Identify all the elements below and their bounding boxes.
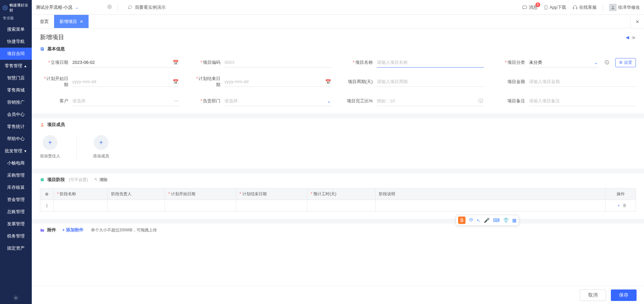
sidebar-item-7[interactable]: 会员中心 [0,108,32,121]
field-period[interactable] [377,79,484,84]
sidebar-item-18[interactable]: 固定资产 [0,242,32,254]
page-next[interactable]: ▶ [633,35,636,40]
field-remark[interactable] [529,98,636,103]
topbar: 测试分开流程-小况 ⌄ 我要看实例演示 消息 8 App下载 [32,0,644,15]
sidebar-item-2[interactable]: 项目合同 [0,48,32,60]
caret-down-icon: ▼ [24,149,27,153]
stages-table: ⚙* 阶段名称阶段负责人* 计划开始日期* 计划结束日期* 预计工时(天)阶段说… [40,188,636,211]
save-button[interactable]: 保存 [611,289,637,301]
sidebar-item-11[interactable]: 小畅电商 [0,157,32,169]
field-dept[interactable] [224,98,331,103]
field-code[interactable]: 0003 [224,60,331,65]
stage-col-5: 阶段说明 [376,188,605,200]
field-customer[interactable] [72,98,179,103]
folder-icon [40,228,45,232]
sidebar-item-12[interactable]: 采购管理 [0,169,32,181]
add-owner-button[interactable]: + [43,135,57,150]
footer: 取消 保存 [32,286,644,304]
ime-punct-icon[interactable]: •، [477,218,480,223]
sidebar-item-17[interactable]: 税务管理 [0,230,32,242]
user-menu[interactable]: 徐泽华修改 [609,4,640,11]
calendar-icon[interactable]: 📅 [173,79,178,84]
sidebar-item-15[interactable]: 总账管理 [0,206,32,218]
members-icon [40,122,45,127]
stages-icon [40,177,45,182]
category-settings-button[interactable]: ⚙设置 [615,58,636,67]
section-attachments: 附件 + 添加附件 单个大小不超过200MB，可拖拽上传 [32,224,644,240]
sidebar-item-0[interactable]: 搜索菜单 [0,23,32,35]
field-amount[interactable] [529,79,636,84]
workflow-settings-icon[interactable] [107,4,112,10]
sidebar-item-3[interactable]: 零售管理▲ [0,60,32,72]
add-owner-label: 添加责任人 [40,153,60,159]
stage-col-4: * 预计工时(天) [307,188,375,200]
more-icon[interactable]: ⋯ [174,98,178,104]
sidebar-item-8[interactable]: 零售统计 [0,121,32,133]
ime-toolbar[interactable]: S 中 •، 🎤 ⌨ 👕 ▦ [456,215,519,226]
sidebar-item-16[interactable]: 发票管理 [0,218,32,230]
table-row[interactable]: 1＋🗑 [40,200,636,211]
sidebar-item-6[interactable]: 营销推广 [0,96,32,108]
sidebar-settings-icon[interactable] [0,292,32,304]
workflow-select[interactable]: 测试分开流程-小况 ⌄ [36,4,103,10]
section-basic: 基本信息 *立项日期📅 *项目编码0003 *项目名称 *项目分类 未分类⌄ ⓘ… [32,43,644,113]
app-download-button[interactable]: App下载 [544,4,566,10]
svg-rect-7 [576,7,577,9]
add-member-button[interactable]: + [94,135,109,150]
sidebar-item-13[interactable]: 库存核算 [0,181,32,194]
ime-skin-icon[interactable]: 👕 [503,218,509,223]
tab-label: 首页 [40,19,49,25]
ime-lang[interactable]: 中 [469,217,474,223]
calendar-icon[interactable]: 📅 [173,60,178,65]
messages-button[interactable]: 消息 8 [522,4,538,10]
tab-0[interactable]: 首页 [34,15,54,28]
svg-point-13 [41,178,44,182]
avatar-icon [609,4,617,11]
stages-clear-button[interactable]: 清除 [94,177,108,183]
stage-col-0: * 阶段名称 [54,188,108,200]
sidebar-item-10[interactable]: 批发管理▼ [0,145,32,157]
field-name[interactable] [377,60,484,65]
sidebar: 畅捷通好业财 专业版 搜索菜单快捷导航项目合同零售管理▲智慧门店零售商城营销推广… [0,0,32,304]
page-prev[interactable]: ◀ [626,35,629,40]
calendar-icon[interactable]: 📅 [325,79,331,84]
gear-icon[interactable]: ⚙ [40,188,54,200]
chevron-down-icon[interactable]: ⌄ [594,60,598,65]
sidebar-item-1[interactable]: 快捷导航 [0,35,32,48]
caret-up-icon: ▲ [24,64,27,68]
chevron-down-icon: ⌄ [75,5,79,10]
help-icon[interactable]: ⓘ [478,98,483,104]
field-plan-end[interactable] [224,79,331,84]
brand-edition: 专业版 [0,16,32,23]
add-attachment-button[interactable]: + 添加附件 [62,227,84,233]
svg-point-5 [546,8,546,9]
demo-link[interactable]: 我要看实例演示 [127,4,166,10]
sidebar-item-14[interactable]: 资金管理 [0,194,32,206]
stage-col-1: 阶段负责人 [108,188,165,200]
svg-rect-6 [573,7,574,9]
row-del-icon[interactable]: 🗑 [623,203,627,208]
svg-rect-3 [523,6,527,8]
field-plan-start[interactable] [72,79,179,84]
ime-keyboard-icon[interactable]: ⌨ [493,218,500,223]
page-title: 新增项目 [40,33,64,41]
sidebar-item-5[interactable]: 零售商城 [0,84,32,96]
cancel-button[interactable]: 取消 [580,289,606,301]
ime-mic-icon[interactable]: 🎤 [484,218,490,223]
sidebar-item-9[interactable]: 帮助中心 [0,133,32,145]
chevron-down-icon[interactable]: ⌄ [327,98,331,104]
field-date[interactable] [72,60,179,65]
svg-point-1 [109,6,110,7]
svg-point-8 [612,6,614,7]
help-icon[interactable]: ⓘ [605,59,609,66]
close-icon[interactable]: ✕ [80,19,83,24]
field-done[interactable] [377,98,484,103]
row-add-icon[interactable]: ＋ [617,203,621,208]
tab-close-all[interactable]: ✕ [630,15,644,28]
sidebar-item-4[interactable]: 智慧门店 [0,72,32,84]
tab-1[interactable]: 新增项目✕ [54,15,89,28]
field-category[interactable]: 未分类 [529,59,599,66]
customer-service-button[interactable]: 在线客服 [572,4,597,10]
ime-apps-icon[interactable]: ▦ [512,218,517,223]
stage-col-3: * 计划结束日期 [236,188,307,200]
